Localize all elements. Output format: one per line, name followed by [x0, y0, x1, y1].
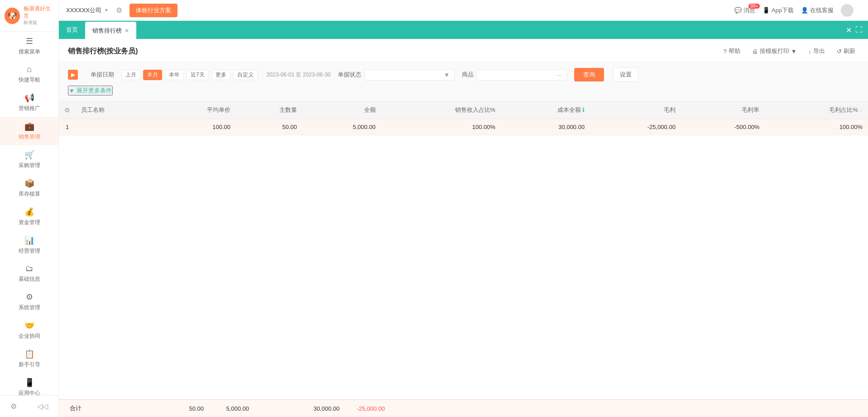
company-selector[interactable]: XXXXXX公司 ▼	[66, 6, 109, 14]
export-button[interactable]: ↓ 导出	[805, 45, 829, 57]
user-avatar[interactable]	[841, 4, 854, 17]
status-select[interactable]: ▼	[364, 69, 455, 81]
tab-sales-ranking[interactable]: 销售排行榜 ✕	[85, 22, 136, 40]
sidebar-icon-12: 📱	[24, 378, 34, 388]
company-name: XXXXXX公司	[66, 6, 101, 14]
goods-more-icon: ···	[557, 72, 562, 78]
col-gross-pct: 毛利占比% ↕	[765, 101, 868, 119]
refresh-label: 刷新	[844, 47, 855, 55]
date-btn-本月[interactable]: 本月	[143, 70, 162, 80]
sidebar-item-5[interactable]: 📦 库存核算	[0, 174, 58, 202]
sidebar-label-1: 快捷导航	[19, 76, 40, 84]
tab-close-icon[interactable]: ✕	[125, 28, 129, 34]
sidebar-icon-3: 💼	[24, 121, 34, 131]
table-settings-icon[interactable]: ⚙	[64, 106, 70, 114]
date-btn-更多[interactable]: 更多	[211, 70, 230, 80]
sidebar-item-8[interactable]: 🗂 基础信息	[0, 259, 58, 288]
query-button[interactable]: 查询	[574, 68, 604, 81]
status-filter: 单据状态 ▼	[338, 69, 455, 81]
sidebar-item-11[interactable]: 📋 新手引导	[0, 345, 58, 373]
sidebar-item-12[interactable]: 📱 应用中心	[0, 373, 58, 395]
sidebar-icon-0: ☰	[26, 36, 33, 46]
sidebar-label-4: 采购管理	[19, 162, 40, 169]
footer-label-text: 合计	[70, 405, 82, 412]
date-btn-自定义[interactable]: 自定义	[233, 70, 258, 80]
export-label: 导出	[813, 47, 825, 55]
gross-pct-info-icon[interactable]: ↕	[860, 106, 863, 113]
date-range-display: 2023-06-01 至 2023-06-30	[267, 71, 331, 79]
sidebar-label-11: 新手引导	[19, 361, 40, 369]
sidebar-label-10: 企业协同	[19, 332, 40, 340]
table-container: ⚙ 员工名称 平均单价 主数量 全额 销售收入占比% 成本全额 ℹ 毛利 毛利率…	[59, 101, 868, 417]
sidebar-item-4[interactable]: 🛒 采购管理	[0, 145, 58, 174]
logo-title: 畅康通好生意	[24, 5, 54, 19]
logo-icon: 🐶	[5, 8, 20, 24]
sidebar-item-9[interactable]: ⚙ 系统管理	[0, 288, 58, 316]
sidebar-item-10[interactable]: 🤝 企业协同	[0, 316, 58, 345]
date-btn-上月[interactable]: 上月	[121, 70, 140, 80]
expand-conditions-button[interactable]: ▼ 展开更多条件	[68, 86, 113, 96]
topbar-settings-icon[interactable]: ⚙	[116, 6, 122, 14]
sidebar-item-0[interactable]: ☰ 搜索菜单	[0, 32, 58, 60]
sidebar-label-8: 基础信息	[19, 275, 40, 283]
sidebar-label-2: 营销推广	[19, 105, 40, 112]
sidebar-label-6: 资金管理	[19, 219, 40, 226]
sidebar-footer: ⚙ ◁◁	[0, 395, 58, 417]
print-template-button[interactable]: 🖨 按模板打印 ▼	[748, 45, 801, 57]
help-button[interactable]: ? 帮助	[719, 45, 743, 57]
goods-label: 商品	[462, 71, 474, 79]
filter-row-1: ▶ 单据日期 上月本月本年近7天更多自定义 2023-06-01 至 2023-…	[68, 67, 859, 82]
message-icon: 💬	[734, 7, 742, 14]
tab-window-buttons: ✕ ⛶	[846, 26, 868, 34]
tab-sales-ranking-label: 销售排行榜	[92, 27, 122, 35]
topbar-messages[interactable]: 💬 消息 99+	[734, 6, 755, 14]
footer-amount: 5,000.00	[209, 405, 254, 412]
date-btn-近7天[interactable]: 近7天	[187, 70, 209, 80]
sidebar-icon-10: 🤝	[24, 321, 34, 331]
cell-gross-0: -25,000.00	[590, 119, 681, 135]
window-expand-icon[interactable]: ⛶	[855, 26, 863, 34]
service-icon: 👤	[801, 7, 808, 14]
date-btn-本年[interactable]: 本年	[165, 70, 184, 80]
expand-chevron-icon: ▼	[69, 87, 75, 94]
sales-ranking-table: ⚙ 员工名称 平均单价 主数量 全额 销售收入占比% 成本全额 ℹ 毛利 毛利率…	[59, 101, 868, 135]
status-chevron-icon: ▼	[444, 72, 450, 78]
refresh-button[interactable]: ↺ 刷新	[833, 45, 859, 57]
footer-qty: 50.00	[173, 405, 209, 412]
cell-gross-rate-0: -500.00%	[681, 119, 765, 135]
sidebar-gear-icon[interactable]: ⚙	[9, 400, 19, 412]
cost-info-icon[interactable]: ℹ	[582, 106, 585, 113]
footer-cost: 30,000.00	[300, 405, 345, 412]
sidebar-icon-5: 📦	[24, 178, 34, 188]
col-amount: 全额	[302, 101, 381, 119]
sidebar-item-6[interactable]: 💰 资金管理	[0, 202, 58, 231]
page-header: 销售排行榜(按业务员) ? 帮助 🖨 按模板打印 ▼ ↓ 导出 ↺ 刷新	[59, 39, 868, 62]
topbar-right: 💬 消息 99+ 📱 App下载 👤 在线客服	[734, 4, 861, 17]
fast-filter-toggle[interactable]: ▶	[68, 70, 78, 80]
sidebar-icon-4: 🛒	[24, 150, 34, 160]
sidebar-label-7: 经营管理	[19, 247, 40, 255]
sidebar-label-0: 搜索菜单	[19, 48, 40, 56]
footer-label: 合计	[64, 404, 173, 412]
col-cost: 成本全额 ℹ	[501, 101, 590, 119]
trial-button[interactable]: 体验行业方案	[129, 4, 177, 17]
sidebar-item-7[interactable]: 📊 经营管理	[0, 231, 58, 259]
sidebar-icon-9: ⚙	[26, 292, 33, 302]
goods-select[interactable]: ···	[476, 69, 567, 81]
service-label: 在线客服	[810, 6, 834, 14]
sidebar-icon-6: 💰	[24, 207, 34, 217]
topbar-online-service[interactable]: 👤 在线客服	[801, 6, 834, 14]
message-badge: 99+	[748, 4, 760, 9]
sidebar-icon-2: 📢	[24, 93, 34, 103]
sidebar-nav: ☰ 搜索菜单 ⌂ 快捷导航 📢 营销推广 💼 销售管理 🛒 采购管理 📦 库存核…	[0, 32, 58, 395]
sidebar-item-1[interactable]: ⌂ 快捷导航	[0, 60, 58, 88]
tab-home-label: 首页	[66, 26, 78, 34]
tab-home[interactable]: 首页	[59, 21, 85, 39]
filter-settings-button[interactable]: 设置	[613, 67, 638, 82]
sidebar-item-2[interactable]: 📢 营销推广	[0, 88, 58, 117]
cell-name-0	[76, 119, 156, 135]
topbar-app-download[interactable]: 📱 App下载	[762, 6, 794, 14]
window-close-icon[interactable]: ✕	[846, 26, 852, 34]
sidebar-item-3[interactable]: 💼 销售管理	[0, 117, 58, 145]
sidebar-collapse-icon[interactable]: ◁◁	[35, 400, 50, 412]
